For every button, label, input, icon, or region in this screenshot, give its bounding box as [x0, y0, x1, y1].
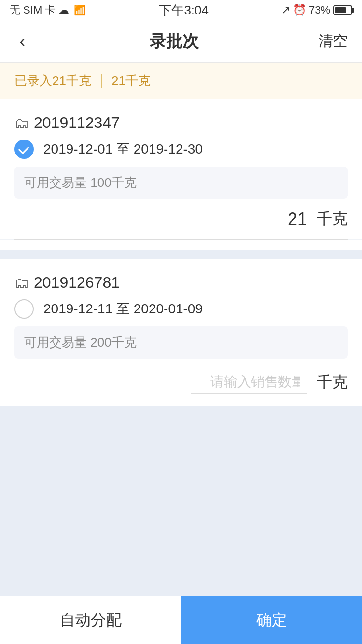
- battery-label: 73%: [309, 4, 330, 16]
- status-right: ↗ ⏰ 73%: [281, 4, 352, 16]
- status-time: 下午3:04: [159, 2, 209, 19]
- bottom-bar: 自动分配 确定: [0, 596, 362, 644]
- clear-button[interactable]: 清空: [319, 31, 348, 51]
- batch-2-input-row: 千克: [0, 359, 362, 406]
- batch-1-id: 2019112347: [34, 114, 120, 132]
- back-button[interactable]: ‹: [14, 27, 30, 56]
- batch-2-radio[interactable]: [14, 299, 34, 319]
- location-icon: ↗: [281, 4, 290, 16]
- batch-2-quantity-box: 可用交易量 200千克: [14, 326, 348, 359]
- batch-1-date-row: 2019-12-01 至 2019-12-30: [14, 140, 348, 159]
- batch-1-radio[interactable]: [14, 140, 34, 159]
- banner-divider: [101, 74, 102, 88]
- no-sim-label: 无 SIM 卡 ☁: [10, 3, 69, 17]
- battery-fill: [335, 7, 346, 13]
- batch-2-icon: 🗂: [14, 275, 29, 291]
- recorded-label: 已录入21千克: [14, 72, 91, 89]
- nav-bar: ‹ 录批次 清空: [0, 20, 362, 63]
- batch-1-spacer: [0, 240, 362, 250]
- battery-icon: [333, 5, 352, 15]
- bottom-content-area: [0, 406, 362, 609]
- confirm-button[interactable]: 确定: [181, 596, 362, 644]
- batch-2-quantity-input[interactable]: [210, 370, 307, 391]
- wifi-icon: 📶: [74, 4, 86, 16]
- batch-1-unit: 千克: [317, 209, 348, 230]
- page-title: 录批次: [150, 30, 199, 53]
- batch-card-1: 🗂 2019112347 2019-12-01 至 2019-12-30 可用交…: [0, 99, 362, 199]
- batch-1-available: 可用交易量 100千克: [24, 175, 137, 190]
- batch-2-unit: 千克: [317, 372, 348, 393]
- batch-2-input-wrapper: [191, 370, 307, 394]
- info-banner: 已录入21千克 21千克: [0, 63, 362, 99]
- batch-1-icon: 🗂: [14, 115, 29, 131]
- batch-1-header: 🗂 2019112347: [14, 114, 348, 132]
- section-separator-1: [0, 250, 362, 259]
- batch-1-quantity-box: 可用交易量 100千克: [14, 167, 348, 199]
- status-bar: 无 SIM 卡 ☁ 📶 下午3:04 ↗ ⏰ 73%: [0, 0, 362, 20]
- batch-2-available: 可用交易量 200千克: [24, 335, 137, 350]
- auto-distribute-button[interactable]: 自动分配: [0, 596, 181, 644]
- batch-2-date-row: 2019-12-11 至 2020-01-09: [14, 299, 348, 319]
- status-left: 无 SIM 卡 ☁ 📶: [10, 3, 86, 17]
- batch-2-id: 2019126781: [34, 274, 120, 292]
- batch-2-input-underline: [191, 393, 307, 394]
- alarm-icon: ⏰: [293, 4, 306, 16]
- batch-2-date: 2019-12-11 至 2020-01-09: [43, 300, 203, 318]
- batch-1-quantity-value: 21: [288, 209, 307, 229]
- batch-1-date: 2019-12-01 至 2019-12-30: [43, 140, 203, 158]
- batch-1-value-row: 21 千克: [0, 199, 362, 239]
- batch-card-2: 🗂 2019126781 2019-12-11 至 2020-01-09 可用交…: [0, 259, 362, 359]
- batch-2-header: 🗂 2019126781: [14, 274, 348, 292]
- recorded-value: 21千克: [111, 72, 151, 89]
